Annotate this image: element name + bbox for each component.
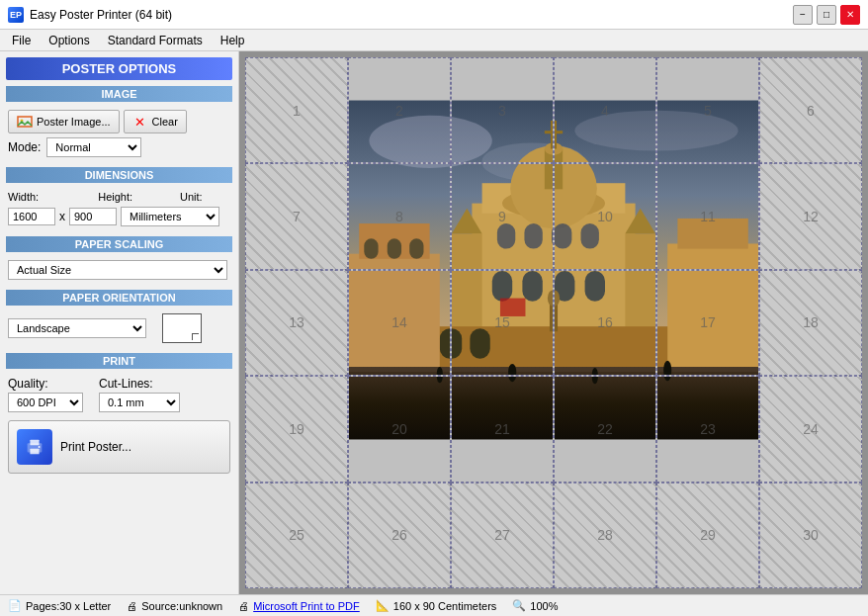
quality-label: Quality: [8, 377, 83, 391]
grid-cell: 10 [554, 163, 656, 269]
source-text: Source:unknown [141, 600, 222, 612]
pages-text: Pages:30 x Letter [26, 600, 111, 612]
print-section-header: PRINT [6, 353, 232, 369]
printer-status: 🖨 Microsoft Print to PDF [238, 600, 360, 612]
menu-help[interactable]: Help [213, 32, 253, 49]
width-input[interactable] [8, 208, 55, 225]
poster-image-button[interactable]: Poster Image... [8, 110, 120, 133]
poster-area: 1234567891011121314151617181920212223242… [239, 51, 868, 594]
cell-number: 12 [803, 209, 819, 224]
paper-scaling-section-header: PAPER SCALING [6, 236, 232, 252]
cell-number: 7 [293, 209, 301, 224]
cell-number: 13 [289, 314, 304, 330]
menu-options[interactable]: Options [41, 32, 97, 49]
grid-cell: 14 [348, 270, 451, 376]
grid-cell: 27 [451, 483, 554, 588]
cutlines-label: Cut-Lines: [99, 377, 180, 391]
cell-number: 24 [803, 421, 819, 437]
title-bar: EP Easy Poster Printer (64 bit) − □ ✕ [0, 0, 868, 30]
grid-cell: 1 [245, 57, 348, 163]
grid-cell: 6 [759, 57, 862, 163]
cell-number: 25 [289, 527, 304, 543]
cutlines-select[interactable]: 0.1 mm [99, 393, 180, 412]
cell-number: 27 [494, 527, 510, 543]
cutlines-group: Cut-Lines: 0.1 mm [99, 377, 180, 412]
print-icon [17, 429, 52, 465]
grid-cell: 16 [554, 270, 656, 376]
status-bar: 📄 Pages:30 x Letter 🖨 Source:unknown 🖨 M… [0, 594, 868, 616]
image-buttons-row: Poster Image... ✕ Clear [8, 110, 230, 133]
cell-number: 18 [803, 314, 819, 330]
printer-icon: 🖨 [238, 600, 249, 612]
main-content: POSTER OPTIONS IMAGE Poster Image... ✕ [0, 51, 868, 594]
dim-labels-row: Width: Height: Unit: [8, 191, 230, 203]
title-bar-controls: − □ ✕ [793, 5, 860, 25]
height-label: Height: [98, 191, 132, 203]
grid-cell: 22 [554, 376, 656, 482]
menu-standard-formats[interactable]: Standard Formats [100, 32, 211, 49]
zoom-icon: 🔍 [512, 599, 526, 612]
print-section-content: Quality: 600 DPI Cut-Lines: 0.1 mm [6, 373, 232, 478]
clear-icon: ✕ [132, 114, 148, 130]
grid-cell: 7 [245, 163, 348, 269]
poster-grid: 1234567891011121314151617181920212223242… [245, 57, 862, 588]
maximize-button[interactable]: □ [817, 5, 836, 25]
mode-select[interactable]: Normal [46, 137, 141, 157]
minimize-button[interactable]: − [793, 5, 813, 25]
grid-cell: 11 [656, 163, 759, 269]
grid-cell: 19 [245, 376, 348, 482]
source-status: 🖨 Source:unknown [127, 600, 222, 612]
zoom-text: 100% [530, 600, 558, 612]
orientation-row: Landscape [8, 313, 230, 343]
printer-link[interactable]: Microsoft Print to PDF [253, 600, 360, 612]
grid-cell: 15 [451, 270, 554, 376]
dimensions-icon: 📐 [376, 599, 390, 612]
grid-cell: 9 [451, 163, 554, 269]
menu-file[interactable]: File [4, 32, 39, 49]
grid-cell: 23 [656, 376, 759, 482]
image-section-header: IMAGE [6, 86, 232, 102]
close-button[interactable]: ✕ [840, 5, 860, 25]
app-icon: EP [8, 7, 24, 23]
clear-button[interactable]: ✕ Clear [124, 110, 187, 133]
menu-bar: File Options Standard Formats Help [0, 30, 868, 51]
paper-scaling-section-content: Actual Size [6, 256, 232, 284]
mode-label: Mode: [8, 140, 41, 154]
cell-number: 19 [289, 421, 304, 437]
print-poster-button[interactable]: Print Poster... [8, 420, 230, 474]
cell-number: 29 [700, 527, 716, 543]
left-panel: POSTER OPTIONS IMAGE Poster Image... ✕ [0, 51, 239, 594]
x-separator: x [59, 210, 65, 223]
dimensions-section-content: Width: Height: Unit: x Millimeters [6, 187, 232, 230]
grid-cell: 25 [245, 483, 348, 588]
grid-cell: 20 [348, 376, 451, 482]
width-label: Width: [8, 191, 39, 203]
quality-group: Quality: 600 DPI [8, 377, 83, 412]
dimensions-status: 📐 160 x 90 Centimeters [376, 599, 497, 612]
grid-cell: 12 [759, 163, 862, 269]
zoom-status: 🔍 100% [512, 599, 558, 612]
poster-image-icon [17, 114, 33, 130]
svg-rect-4 [30, 449, 39, 455]
unit-label: Unit: [180, 191, 203, 203]
window-title: Easy Poster Printer (64 bit) [30, 8, 172, 22]
image-section-content: Poster Image... ✕ Clear Mode: Normal [6, 106, 232, 161]
grid-cell: 13 [245, 270, 348, 376]
grid-cell: 21 [451, 376, 554, 482]
scaling-select[interactable]: Actual Size [8, 260, 227, 280]
cell-number: 26 [391, 527, 407, 543]
paper-preview [162, 313, 202, 343]
grid-cell: 2 [348, 57, 451, 163]
print-poster-label: Print Poster... [60, 440, 131, 454]
grid-cell: 17 [656, 270, 759, 376]
unit-select[interactable]: Millimeters [121, 207, 219, 226]
orientation-select[interactable]: Landscape [8, 318, 146, 338]
cell-number: 1 [293, 103, 301, 119]
height-input[interactable] [69, 208, 117, 225]
dim-values-row: x Millimeters [8, 207, 230, 226]
pages-icon: 📄 [8, 599, 22, 612]
source-icon: 🖨 [127, 600, 137, 612]
print-options-row: Quality: 600 DPI Cut-Lines: 0.1 mm [8, 377, 230, 412]
quality-select[interactable]: 600 DPI [8, 393, 83, 412]
grid-cell: 26 [348, 483, 451, 588]
